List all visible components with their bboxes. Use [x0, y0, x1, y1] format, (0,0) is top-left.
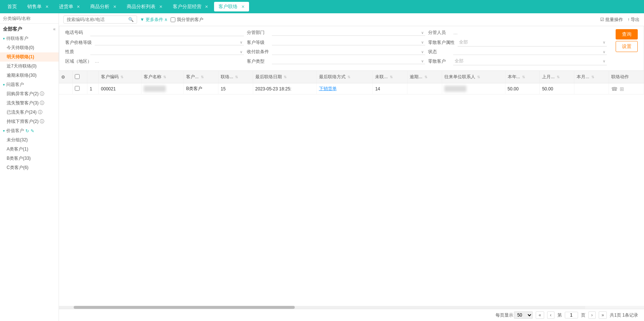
col-this-year[interactable]: 本年... ⇅ — [505, 71, 540, 83]
nav-customer-tier[interactable]: 客户分层经营 ✕ — [168, 2, 213, 11]
pagination-bar: 每页显示 50 100 200 « ‹ 第 页 › » 共1页 1条记录 — [59, 309, 644, 321]
sidebar-item-overdue[interactable]: 逾期未联络(30) — [0, 71, 59, 80]
filter-dept-select[interactable]: ∨ — [272, 30, 426, 36]
col-last-contact-date[interactable]: 最后联络日期 ⇅ — [253, 71, 316, 83]
main-search-icon[interactable]: 🔍 — [128, 17, 134, 22]
filter-row-2: 客户价格等级 ∨ 客户等级 ∨ — [65, 38, 607, 46]
sort-this-year-icon: ⇅ — [522, 75, 525, 79]
all-customers-label: 全部客户 — [3, 26, 22, 32]
group-value-customers[interactable]: 价值客户 ↻ ✎ — [0, 126, 59, 135]
sidebar-item-tomorrow[interactable]: 明天待联络(1) — [0, 52, 59, 62]
sidebar-item-churned[interactable]: 已流失客户(24) ⓘ — [0, 108, 59, 117]
scrollbar-thumb[interactable] — [74, 306, 295, 309]
col-contact-person[interactable]: 往来单位联系人 ⇅ — [442, 71, 505, 83]
col-contact-count[interactable]: 联络... ⇅ — [218, 71, 253, 83]
batch-op-btn[interactable]: ☑ 批量操作 — [600, 17, 623, 23]
col-last-contact-method[interactable]: 最后联络方式 ⇅ — [316, 71, 373, 83]
filter-status-select[interactable]: ∨ — [453, 49, 607, 55]
close-sales-icon[interactable]: ✕ — [45, 4, 49, 9]
phone-icon[interactable]: ☎ — [611, 86, 617, 92]
filter-retail-customer: 零散客户 全部 ∨ — [428, 57, 607, 65]
customer-name-blurred: 客户名称 — [144, 86, 166, 92]
col-overdue[interactable]: 逾期... ⇅ — [407, 71, 442, 83]
query-button[interactable]: 查询 — [616, 29, 638, 39]
filter-status: 状态 ∨ — [428, 49, 607, 55]
filter-payment-label: 收付款条件 — [247, 49, 269, 55]
filter-nature-select[interactable]: ∨ — [90, 49, 244, 55]
nav-sales[interactable]: 销售单 ✕ — [23, 2, 53, 11]
sidebar-item-declining[interactable]: 持续下滑客户(2) ⓘ — [0, 117, 59, 126]
sidebar-item-churn-warning[interactable]: 流失预警客户(3) ⓘ — [0, 99, 59, 108]
sidebar-item-repurchase-abnormal[interactable]: 回购异常客户(2) ⓘ — [0, 89, 59, 99]
close-purchase-icon[interactable]: ✕ — [77, 4, 80, 9]
close-customer-contact-icon[interactable]: ✕ — [241, 4, 245, 9]
filter-price-level-select[interactable]: ∨ — [95, 39, 244, 45]
filter-retail-customer-select[interactable]: 全部 ∨ — [453, 57, 607, 65]
last-contact-method-link[interactable]: 下销货单 — [319, 86, 337, 91]
cell-last-contact-date: 2023-05-23 18:25: — [253, 83, 316, 94]
sidebar-item-ungrouped[interactable]: 未分组(32) — [0, 135, 59, 145]
table-header-row: ⚙ 客户编码 ⇅ 客户名称 ⇅ 客户... ⇅ 联络... ⇅ 最后联络日期 ⇅… — [59, 71, 644, 83]
close-product-analysis-list-icon[interactable]: ✕ — [159, 4, 162, 9]
col-not-contacted[interactable]: 未联... ⇅ — [373, 71, 407, 83]
col-settings[interactable]: ⚙ — [59, 71, 73, 83]
filter-manager-dots[interactable]: … — [453, 30, 458, 35]
sidebar-item-7days[interactable]: 近7天待联络(0) — [0, 62, 59, 71]
cell-contact-person: 联系人 — [442, 83, 505, 94]
refresh-icon[interactable]: ↻ — [25, 128, 29, 134]
sidebar-item-class-c[interactable]: C类客户(6) — [0, 163, 59, 172]
col-checkbox[interactable] — [73, 71, 87, 83]
nav-purchase[interactable]: 进货单 ✕ — [55, 2, 85, 11]
nav-home[interactable]: 首页 — [3, 2, 21, 11]
col-customer-code[interactable]: 客户编码 ⇅ — [99, 71, 141, 83]
row-checkbox[interactable] — [75, 86, 80, 91]
cell-last-contact-method[interactable]: 下销货单 — [316, 83, 373, 94]
nav-customer-contact[interactable]: 客户联络 ✕ — [214, 2, 249, 11]
group-problem-customers[interactable]: 问题客户 — [0, 80, 59, 89]
sidebar-search-input[interactable] — [3, 16, 58, 21]
horizontal-scrollbar[interactable] — [59, 306, 585, 309]
collapse-icon[interactable]: « — [53, 27, 56, 32]
filter-payment-select[interactable]: ∨ — [272, 49, 426, 55]
main-search-input[interactable] — [67, 17, 127, 22]
toolbar: 🔍 ▼ 更多条件 ∧ 我分管的客户 ☑ 批量操作 ↑ 导出 — [59, 13, 644, 26]
col-customer-name[interactable]: 客户名称 ⇅ — [141, 71, 184, 83]
first-page-btn[interactable]: « — [536, 311, 544, 319]
cell-checkbox[interactable] — [73, 83, 87, 94]
next-page-btn[interactable]: › — [588, 311, 596, 319]
set-button[interactable]: 设置 — [616, 41, 638, 52]
filter-status-chevron: ∨ — [603, 50, 605, 54]
cell-contact-count: 15 — [218, 83, 253, 94]
edit-icon[interactable]: ✎ — [31, 128, 34, 134]
filter-region-dots[interactable]: … — [95, 59, 99, 64]
nav-product-analysis[interactable]: 商品分析 ✕ — [86, 2, 121, 11]
more-filter-btn[interactable]: ▼ 更多条件 ∧ — [140, 17, 168, 23]
filter-retail-attr-select[interactable]: 全部 ∨ — [458, 38, 607, 46]
per-page-select[interactable]: 50 100 200 — [514, 311, 533, 319]
col-this-month[interactable]: 本月... ⇅ — [574, 71, 609, 83]
my-customer-checkbox-container[interactable]: 我分管的客户 — [171, 17, 203, 23]
sidebar-item-class-a[interactable]: A类客户(1) — [0, 145, 59, 154]
filter-customer-type-select[interactable]: ∨ — [272, 58, 426, 64]
col-customer-type[interactable]: 客户... ⇅ — [184, 71, 218, 83]
export-btn[interactable]: ↑ 导出 — [627, 17, 640, 23]
batch-op-icon: ☑ — [600, 17, 604, 22]
nav-product-analysis-list[interactable]: 商品分析列表 ✕ — [122, 2, 167, 11]
group-pending-contact[interactable]: 待联络客户 — [0, 34, 59, 43]
filter-customer-level-select[interactable]: ∨ — [272, 39, 426, 45]
close-customer-tier-icon[interactable]: ✕ — [205, 4, 208, 9]
page-input[interactable] — [565, 312, 578, 318]
grid-icon[interactable]: ⊞ — [620, 86, 624, 92]
filter-phone-input[interactable] — [90, 29, 244, 36]
sort-last-contact-method-icon: ⇅ — [347, 75, 350, 79]
col-last-month[interactable]: 上月... ⇅ — [540, 71, 574, 83]
my-customer-checkbox[interactable] — [171, 17, 175, 22]
prev-page-btn[interactable]: ‹ — [547, 311, 554, 319]
last-page-btn[interactable]: » — [599, 311, 607, 319]
sidebar-item-class-b[interactable]: B类客户(33) — [0, 154, 59, 163]
filter-region: 区域（地区） … — [65, 58, 244, 65]
sort-customer-type-icon: ⇅ — [201, 75, 204, 79]
sidebar-item-today[interactable]: 今天待联络(0) — [0, 43, 59, 52]
close-product-analysis-icon[interactable]: ✕ — [113, 4, 116, 9]
select-all-checkbox[interactable] — [75, 74, 80, 79]
